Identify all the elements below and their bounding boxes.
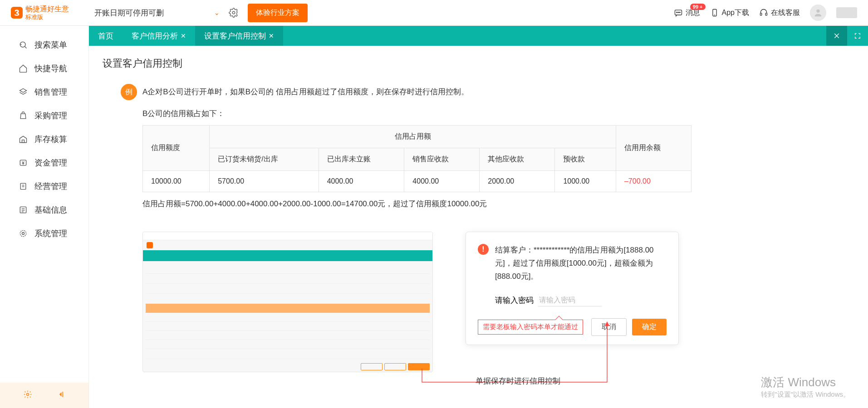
sidebar-item-basedata[interactable]: 基础信息: [0, 198, 88, 222]
messages-button[interactable]: 消息 99 +: [674, 8, 700, 18]
dropdown-value: 开账日期可停用可删: [94, 8, 164, 18]
phone-icon: [710, 8, 719, 17]
content: 设置客户信用控制 例 A企对B公司进行开单时，如果B公司的 信用占用额超过了信用…: [89, 46, 868, 408]
sidebar-item-finance[interactable]: 资金管理: [0, 151, 88, 175]
td-sub-1: 4000.00: [319, 171, 404, 192]
tab-label: 首页: [98, 31, 113, 41]
td-credit-limit: 10000.00: [143, 171, 210, 192]
tab-label: 设置客户信用控制: [204, 31, 266, 41]
th-sub-3: 其他应收款: [480, 148, 555, 171]
annotation-label: 单据保存时进行信用控制: [420, 376, 615, 386]
th-sub-0: 已订货未销货/出库: [210, 148, 319, 171]
svg-point-2: [676, 12, 677, 13]
online-support-button[interactable]: 在线客服: [759, 8, 800, 18]
sidebar-item-label: 采购管理: [34, 110, 67, 121]
logo-area: 畅捷通好生意 标准版: [0, 5, 89, 21]
sidebar-item-label: 销售管理: [34, 87, 67, 97]
chevron-down-icon: ⌄: [214, 9, 220, 16]
system-icon: [18, 228, 28, 238]
td-sub-3: 2000.00: [480, 171, 555, 192]
close-icon[interactable]: ✕: [181, 32, 186, 39]
td-sub-2: 4000.00: [404, 171, 480, 192]
header-actions: 消息 99 + App下载 在线客服: [674, 5, 868, 21]
sidebar-item-inventory[interactable]: 库存核算: [0, 127, 88, 151]
svg-point-3: [678, 12, 679, 13]
settings-gear-button[interactable]: [229, 8, 239, 18]
tab-home[interactable]: 首页: [89, 26, 123, 46]
svg-rect-7: [760, 13, 762, 15]
password-input[interactable]: [538, 294, 602, 306]
sidebar-footer: [0, 383, 88, 408]
experience-industry-button[interactable]: 体验行业方案: [248, 4, 308, 22]
th-credit-used-group: 信用占用额: [210, 126, 616, 148]
tab-credit-control[interactable]: 设置客户信用控制 ✕: [195, 26, 283, 46]
order-form-screenshot: [142, 232, 433, 372]
warning-icon: !: [478, 244, 489, 255]
list-icon: [18, 205, 28, 215]
report-icon: [18, 181, 28, 191]
scroll-area[interactable]: 例 A企对B公司进行开单时，如果B公司的 信用占用额超过了信用额度，则在保存时进…: [103, 78, 862, 408]
td-sub-4: 1000.00: [555, 171, 616, 192]
sidebar-item-sales[interactable]: 销售管理: [0, 80, 88, 104]
app-label: App下载: [722, 8, 749, 18]
user-name-placeholder: [836, 7, 857, 18]
svg-rect-8: [765, 13, 767, 15]
tab-credit-analysis[interactable]: 客户信用分析 ✕: [123, 26, 195, 46]
svg-point-4: [679, 12, 680, 13]
footer-collapse-button[interactable]: [56, 390, 65, 401]
sidebar-item-label: 基础信息: [34, 204, 67, 215]
tab-fullscreen-button[interactable]: [847, 26, 868, 46]
th-credit-limit: 信用额度: [143, 126, 210, 171]
sidebar-item-quicknav[interactable]: 快捷导航: [0, 57, 88, 80]
top-header: 畅捷通好生意 标准版 开账日期可停用可删 ⌄ 体验行业方案 消息 99 + Ap…: [0, 0, 868, 26]
th-sub-4: 预收款: [555, 148, 616, 171]
sidebar-item-purchase[interactable]: 采购管理: [0, 104, 88, 127]
close-icon[interactable]: ✕: [269, 32, 274, 39]
sidebar-item-search[interactable]: 搜索菜单: [0, 33, 88, 57]
user-avatar[interactable]: [810, 5, 826, 21]
bag-icon: [18, 111, 28, 121]
brand-logo-icon: [11, 7, 23, 19]
brand-sub: 标准版: [25, 13, 69, 21]
svg-point-22: [20, 230, 26, 236]
example-subtext: B公司的信用额占如下：: [121, 108, 843, 119]
svg-line-11: [25, 46, 26, 48]
account-period-dropdown[interactable]: 开账日期可停用可删 ⌄: [89, 8, 225, 18]
sidebar-item-label: 搜索菜单: [34, 39, 67, 50]
dialog-message: 结算客户：************的信用占用额为[1888.00元]，超过了信用…: [495, 244, 667, 283]
sidebar-item-system[interactable]: 系统管理: [0, 222, 88, 245]
svg-point-0: [232, 11, 235, 14]
svg-rect-15: [20, 183, 26, 189]
money-icon: [18, 158, 28, 168]
tag-icon: [18, 87, 28, 97]
cancel-button[interactable]: 取消: [591, 318, 627, 336]
page-title: 设置客户信用控制: [89, 46, 868, 79]
brand-name: 畅捷通好生意: [25, 5, 69, 13]
sidebar-item-label: 快捷导航: [34, 63, 67, 74]
illustration-row: ! 结算客户：************的信用占用额为[1888.00元]，超过了…: [121, 232, 843, 372]
example-badge-icon: 例: [121, 84, 137, 100]
th-sub-2: 销售应收款: [404, 148, 480, 171]
support-label: 在线客服: [771, 8, 800, 18]
svg-point-9: [816, 10, 819, 13]
messages-badge: 99 +: [690, 4, 706, 10]
svg-rect-13: [22, 140, 25, 143]
th-sub-1: 已出库未立账: [319, 148, 404, 171]
tabbar: 首页 客户信用分析 ✕ 设置客户信用控制 ✕: [89, 26, 868, 46]
td-sub-0: 5700.00: [210, 171, 319, 192]
headset-icon: [759, 8, 768, 17]
warehouse-icon: [18, 134, 28, 144]
example-text: A企对B公司进行开单时，如果B公司的 信用占用额超过了信用额度，则在保存时进行信…: [142, 86, 469, 99]
ok-button[interactable]: 确定: [632, 319, 667, 335]
footer-gear-button[interactable]: [23, 390, 32, 401]
home-icon: [18, 63, 28, 73]
sidebar-item-operation[interactable]: 经营管理: [0, 175, 88, 198]
tab-close-button[interactable]: [826, 26, 847, 46]
sidebar-item-label: 系统管理: [34, 228, 67, 239]
sidebar-item-label: 经营管理: [34, 181, 67, 192]
formula-text: 信用占用额=5700.00+4000.00+4000.00+2000.00-10…: [121, 199, 843, 209]
credit-table: 信用额度 信用占用额 信用用余额 已订货未销货/出库 已出库未立账 销售应收款 …: [142, 125, 691, 192]
tab-label: 客户信用分析: [132, 31, 178, 41]
svg-point-24: [26, 393, 29, 396]
app-download-button[interactable]: App下载: [710, 8, 749, 18]
